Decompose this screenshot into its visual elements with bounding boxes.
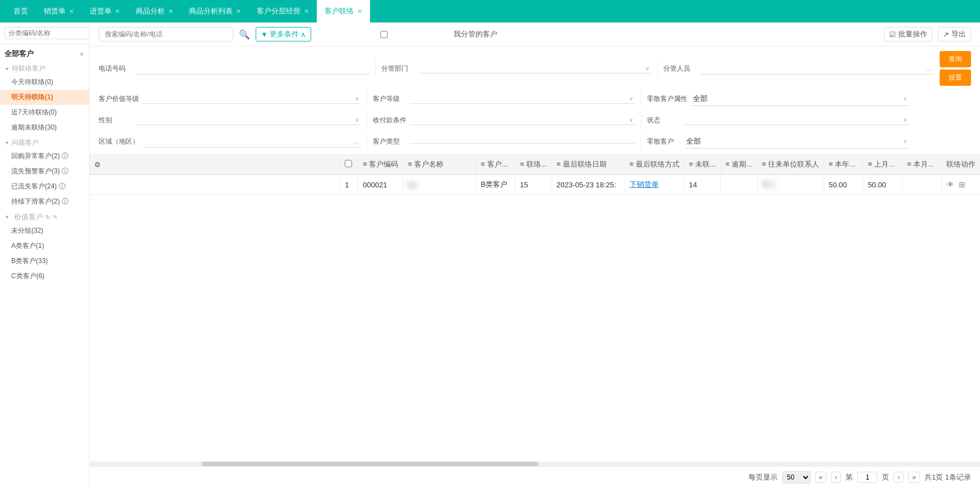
nav-customer-contact[interactable]: 客户联络 ✕ — [317, 0, 370, 22]
action-eye-icon[interactable]: 👁 — [946, 180, 954, 189]
value-customers-edit-icon[interactable]: ✎ — [53, 214, 58, 221]
col-type-header[interactable]: ≡ 客户... — [476, 155, 515, 174]
col-overdue-header[interactable]: ≡ 逾期... — [720, 155, 757, 174]
per-page-select[interactable]: 50 100 200 — [782, 471, 811, 484]
row-company-contact-cell: 张三 — [757, 174, 824, 195]
more-conditions-button[interactable]: ▼ 更多条件 ∧ — [256, 27, 311, 42]
scrollbar-thumb[interactable] — [202, 462, 538, 466]
col-uncontact-header[interactable]: ≡ 未联... — [684, 155, 720, 174]
close-customer-contact-icon[interactable]: ✕ — [357, 8, 362, 15]
sidebar-item-today-pending[interactable]: 今天待联络(0) — [0, 75, 89, 90]
filter-row-1: 电话号码 分管部门 ∨ 分管人员 ... — [99, 51, 971, 86]
row-this-year-cell: 50.00 — [824, 174, 863, 195]
prev-page-button[interactable]: ‹ — [831, 472, 841, 483]
ellipsis-icon: ... — [926, 65, 932, 72]
nav-sales-order[interactable]: 销货单 ✕ — [36, 0, 82, 22]
branch-dept-select[interactable]: ∨ — [418, 63, 652, 73]
sidebar-item-class-b[interactable]: B类客户(33) — [0, 254, 89, 269]
customer-value-grade-select[interactable]: ∨ — [142, 94, 361, 104]
region-select[interactable]: ... — [142, 136, 361, 148]
row-overdue-cell — [720, 174, 757, 195]
sidebar-group-problem-customers[interactable]: 问题客户 — [0, 135, 89, 149]
filter-phone: 电话号码 — [99, 63, 369, 75]
next-page-button[interactable]: › — [894, 472, 904, 483]
gender-select[interactable]: ∨ — [136, 115, 361, 125]
export-button[interactable]: ↗ 导出 — [938, 27, 971, 42]
nav-product-analysis[interactable]: 商品分析 ✕ — [128, 0, 181, 22]
value-customers-refresh-icon[interactable]: ↻ — [45, 214, 50, 221]
sidebar-item-abnormal-repurchase[interactable]: 回购异常客户(2) ⓘ — [0, 149, 89, 164]
first-page-button[interactable]: « — [815, 472, 827, 483]
payment-cond-select[interactable]: ∨ — [410, 115, 635, 125]
col-this-year-header[interactable]: ≡ 本年... — [824, 155, 863, 174]
sidebar-item-7days-pending[interactable]: 近7天待联络(0) — [0, 105, 89, 120]
close-purchase-order-icon[interactable]: ✕ — [115, 8, 120, 15]
table-row: 1 000021 Ea B类客户 15 2023-05-23 18:25: 下销… — [90, 174, 980, 195]
col-name-header[interactable]: ≡ 客户名称 — [403, 155, 476, 174]
row-last-way-cell[interactable]: 下销货单 — [625, 174, 684, 195]
sidebar-item-overdue-pending[interactable]: 逾期未联络(30) — [0, 120, 89, 135]
phone-input[interactable] — [136, 63, 369, 75]
select-all-checkbox[interactable] — [345, 160, 352, 167]
customer-grade-select[interactable]: ∨ — [410, 94, 635, 104]
sidebar-item-class-c[interactable]: C类客户(6) — [0, 269, 89, 284]
retail-customer-select[interactable]: 全部 ∨ — [684, 135, 909, 149]
col-checkbox-header[interactable] — [340, 155, 358, 174]
nav-product-analysis-list[interactable]: 商品分析列表 ✕ — [181, 0, 249, 22]
col-this-month-header[interactable]: ≡ 本月... — [903, 155, 942, 174]
horizontal-scrollbar[interactable] — [90, 462, 980, 466]
col-last-date-header[interactable]: ≡ 最后联络日期 — [552, 155, 625, 174]
row-num-cell: 1 — [340, 174, 358, 195]
col-contact-header[interactable]: ≡ 联络... — [515, 155, 552, 174]
close-product-analysis-icon[interactable]: ✕ — [168, 8, 173, 15]
batch-operation-button[interactable]: ☑ 批量操作 — [884, 27, 932, 42]
row-gear-cell — [90, 174, 340, 195]
action-grid-icon[interactable]: ⊞ — [959, 180, 965, 189]
query-button[interactable]: 查询 — [940, 51, 971, 67]
filter-region: 区域（地区） ... — [99, 136, 361, 148]
batch-op-icon: ☑ — [889, 30, 896, 39]
sidebar-group-pending-contact[interactable]: 待联络客户 — [0, 61, 89, 75]
collapse-icon[interactable]: « — [80, 50, 84, 58]
my-customers-checkbox-area[interactable]: 我分管的客户 — [317, 29, 497, 39]
retail-attr-select[interactable]: 全部 ∨ — [691, 92, 909, 106]
col-code-header[interactable]: ≡ 客户编码 — [358, 155, 403, 174]
row-this-month-cell — [903, 174, 942, 195]
branch-person-select[interactable]: ... — [700, 63, 934, 75]
col-company-contact-header[interactable]: ≡ 往来单位联系人 — [757, 155, 824, 174]
close-customer-tier-icon[interactable]: ✕ — [304, 8, 309, 15]
col-gear-header[interactable]: ⚙ — [90, 155, 340, 174]
sidebar-item-declining[interactable]: 持续下滑客户(2) ⓘ — [0, 194, 89, 209]
sidebar-item-unclassified[interactable]: 未分组(32) — [0, 223, 89, 238]
chevron-down-icon-8: ∨ — [903, 138, 907, 144]
filter-customer-type: 客户类型 — [373, 137, 635, 146]
nav-home[interactable]: 首页 — [6, 0, 36, 22]
sidebar-item-class-a[interactable]: A类客户(1) — [0, 238, 89, 254]
nav-purchase-order[interactable]: 进货单 ✕ — [82, 0, 128, 22]
my-customers-checkbox[interactable] — [317, 31, 451, 38]
settings-button[interactable]: 设置 — [940, 70, 971, 86]
sidebar-item-tomorrow-pending[interactable]: 明天待联络(1) — [0, 90, 89, 105]
sidebar-search-area: 🔍 — [0, 22, 89, 44]
col-last-month-header[interactable]: ≡ 上月... — [863, 155, 903, 174]
sidebar-group-value-customers[interactable]: 价值客户 ↻ ✎ — [0, 209, 89, 223]
filter-row-2: 客户价值等级 ∨ 客户等级 ∨ 零散客户属性 — [99, 90, 971, 107]
search-input[interactable] — [99, 27, 233, 42]
row-code-cell: 000021 — [358, 174, 403, 195]
col-last-way-header[interactable]: ≡ 最后联络方式 — [625, 155, 684, 174]
sidebar-search-input[interactable] — [4, 27, 90, 39]
chevron-down-icon-2: ∨ — [355, 95, 359, 102]
export-icon: ↗ — [943, 30, 949, 39]
filter-search-icon[interactable]: 🔍 — [239, 29, 250, 40]
last-page-button[interactable]: » — [908, 472, 920, 483]
page-number-input[interactable] — [857, 472, 877, 483]
sidebar-item-churned[interactable]: 已流失客户(24) ⓘ — [0, 179, 89, 194]
filter-bar: 🔍 ▼ 更多条件 ∧ 我分管的客户 ☑ 批量操作 ↗ 导出 — [90, 22, 980, 47]
close-product-list-icon[interactable]: ✕ — [236, 8, 241, 15]
close-sales-order-icon[interactable]: ✕ — [69, 8, 74, 15]
last-way-link[interactable]: 下销货单 — [630, 180, 659, 188]
status-select[interactable]: ∨ — [684, 115, 909, 125]
customer-type-select[interactable] — [410, 140, 635, 144]
sidebar-item-churn-warning[interactable]: 流失预警客户(3) ⓘ — [0, 164, 89, 179]
nav-customer-tier[interactable]: 客户分层经营 ✕ — [249, 0, 317, 22]
